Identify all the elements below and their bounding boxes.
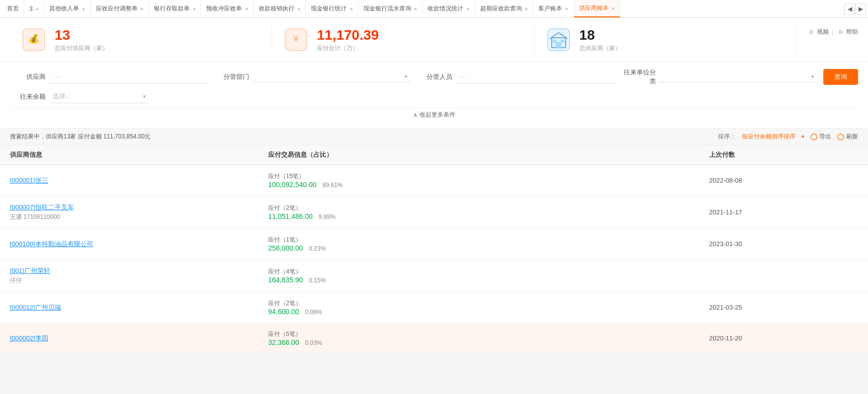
close-icon[interactable]: × (350, 6, 353, 12)
nav-item-label: 预收冲应收单 (206, 4, 242, 13)
payable-suppliers-num: 13 (55, 27, 108, 44)
right-actions: 排序： 按应付余额倒序排序 ▾ 导出 刷新 (718, 132, 858, 141)
close-icon[interactable]: × (414, 6, 417, 12)
supplier-dots: ··· (53, 72, 62, 81)
summary-card-payable-suppliers: 💰 13 总应付供应商（家） (10, 26, 272, 54)
tx-amount: 32,366.00 (268, 338, 299, 346)
help-link[interactable]: 帮助 (846, 28, 858, 36)
nav-item-tab3[interactable]: 3× (24, 0, 44, 17)
nav-item-overdue-ar[interactable]: 超期应收款查询× (475, 0, 533, 17)
nav-item-supplier-ledger[interactable]: 供应商账本× (574, 0, 620, 17)
supplier-cell: [000002]李四 (10, 334, 268, 343)
table-header: 供应商信息 应付交易信息（占比） 上次付数 (0, 145, 868, 165)
chevron-up-icon: ∧ (413, 112, 418, 119)
export-button[interactable]: 导出 (810, 132, 831, 141)
summary-card-total-suppliers: 18 总供应商（家） (535, 26, 797, 54)
close-icon[interactable]: × (36, 6, 39, 12)
nav-item-label: 超期应收款查询 (480, 4, 522, 13)
nav-item-label: 现金银行统计 (311, 4, 347, 13)
last-pay-cell: 2020-11-20 (709, 334, 858, 342)
supplier-link[interactable]: [001]广州荣轩 (10, 267, 50, 274)
close-icon[interactable]: × (612, 5, 615, 11)
result-bar: 搜索结果中，供应商13家 应付金额 111,703,854.00元 排序： 按应… (0, 129, 868, 145)
table-row: [000012]广州贝瑞应付（2笔）94,600.000.08%2021-03-… (0, 292, 868, 323)
dept-arrow-icon: ▾ (405, 73, 408, 80)
video-link[interactable]: 视频 (817, 28, 829, 36)
filter-dept: 分管部门 ▾ (214, 71, 411, 82)
nav-item-label: 供应商账本 (579, 4, 609, 12)
sort-select[interactable]: 按应付余额倒序排序 (742, 132, 796, 141)
balance-arrow-icon: ▾ (143, 93, 146, 100)
close-icon[interactable]: × (82, 6, 85, 12)
payable-suppliers-icon: 💰 (20, 26, 48, 54)
nav-item-other-income[interactable]: 其他收入单× (44, 0, 90, 17)
close-icon[interactable]: × (297, 6, 300, 12)
total-suppliers-icon (545, 26, 573, 54)
nav-item-label: 现金银行流水查询 (363, 4, 411, 13)
payable-total-text: 11,170.39 应付合计（万） (317, 27, 379, 53)
tx-pct: 89.61% (322, 182, 343, 189)
nav-item-cash-bank-stat[interactable]: 现金银行统计× (306, 0, 358, 17)
filter-area: 供应商 ··· 分管部门 ▾ 分管人员 ··· 往来单位分类 ▾ (0, 62, 868, 129)
close-icon[interactable]: × (141, 6, 144, 12)
supplier-link[interactable]: [000100]本特勤油品有限公司 (10, 240, 93, 248)
search-button[interactable]: 查询 (823, 69, 858, 85)
tx-pct: 0.03% (305, 339, 322, 346)
nav-item-ap-ar-adjust[interactable]: 应收应付调整单× (91, 0, 149, 17)
supplier-select[interactable]: ··· (50, 70, 208, 84)
last-pay-cell: 2021-03-25 (709, 304, 858, 311)
nav-item-prepay-ar[interactable]: 预收冲应收单× (201, 0, 253, 17)
close-icon[interactable]: × (525, 6, 528, 12)
payable-total-num: 11,170.39 (317, 27, 379, 44)
nav-item-customer-ledger[interactable]: 客户账本× (533, 0, 574, 17)
refresh-icon (837, 133, 844, 140)
tx-label: 应付（4笔） (268, 267, 709, 276)
person-label: 分管人员 (417, 72, 456, 81)
nav-item-cash-flow-query[interactable]: 现金银行流水查询× (359, 0, 423, 17)
balance-label: 往来余额 (10, 92, 50, 101)
close-icon[interactable]: × (466, 6, 469, 12)
collapse-label: 收起更多条件 (420, 111, 455, 119)
balance-select[interactable]: 选择... ▾ (50, 90, 149, 103)
filter-row-2: 往来余额 选择... ▾ (10, 90, 858, 103)
nav-item-collection-stat[interactable]: 收款情况统计× (423, 0, 475, 17)
supplier-link[interactable]: [000001]张三 (10, 177, 48, 184)
category-select[interactable]: ▾ (660, 71, 818, 82)
close-icon[interactable]: × (193, 6, 196, 12)
payable-suppliers-text: 13 总应付供应商（家） (55, 27, 108, 53)
tx-amount: 164,635.90 (268, 276, 303, 284)
close-icon[interactable]: × (245, 6, 248, 12)
category-arrow-icon: ▾ (811, 73, 814, 80)
dept-select[interactable]: ▾ (253, 71, 411, 82)
tx-label: 应付（2笔） (268, 204, 709, 212)
tx-pct: 0.15% (309, 277, 326, 284)
tx-cell: 应付（15笔）100,092,540.0089.61% (268, 172, 709, 189)
refresh-button[interactable]: 刷新 (837, 132, 858, 141)
table-row: [000007]恒旺二手叉车王通 17106110000应付（2笔）11,051… (0, 196, 868, 229)
nav-next-button[interactable]: ▶ (855, 3, 866, 14)
collapse-button[interactable]: ∧ 收起更多条件 (10, 107, 858, 122)
nav-item-collection-verify[interactable]: 收款核销执行× (254, 0, 306, 17)
tx-pct: 9.89% (319, 213, 336, 220)
tx-cell: 应付（2笔）11,051,486.009.89% (268, 204, 709, 220)
tx-amount: 100,092,540.00 (268, 181, 316, 189)
tx-pct: 0.08% (305, 309, 322, 316)
supplier-link[interactable]: [000002]李四 (10, 334, 48, 342)
supplier-cell: [000100]本特勤油品有限公司 (10, 240, 268, 249)
person-dots: ··· (459, 72, 469, 81)
summary-bar: 💰 13 总应付供应商（家） ¥ 11,170.39 应付合计（万） (0, 18, 868, 62)
tx-amount: 258,000.00 (268, 244, 303, 252)
close-icon[interactable]: × (565, 6, 568, 12)
top-right-links: ⊙ 视频 | ⊙ 帮助 (807, 26, 858, 36)
tx-amount: 94,600.00 (268, 308, 299, 316)
nav-item-home[interactable]: 首页 (2, 0, 24, 17)
supplier-cell: [000007]恒旺二手叉车王通 17106110000 (10, 203, 268, 221)
supplier-link[interactable]: [000012]广州贝瑞 (10, 304, 61, 311)
supplier-link[interactable]: [000007]恒旺二手叉车 (10, 203, 74, 211)
nav-item-label: 客户账本 (538, 4, 562, 13)
total-suppliers-label: 总供应商（家） (579, 44, 621, 53)
nav-prev-button[interactable]: ◀ (844, 3, 855, 14)
nav-item-bank-deposit[interactable]: 银行存取款单× (149, 0, 201, 17)
help-icon: ⊙ (838, 29, 843, 35)
person-select[interactable]: ··· (456, 70, 614, 84)
